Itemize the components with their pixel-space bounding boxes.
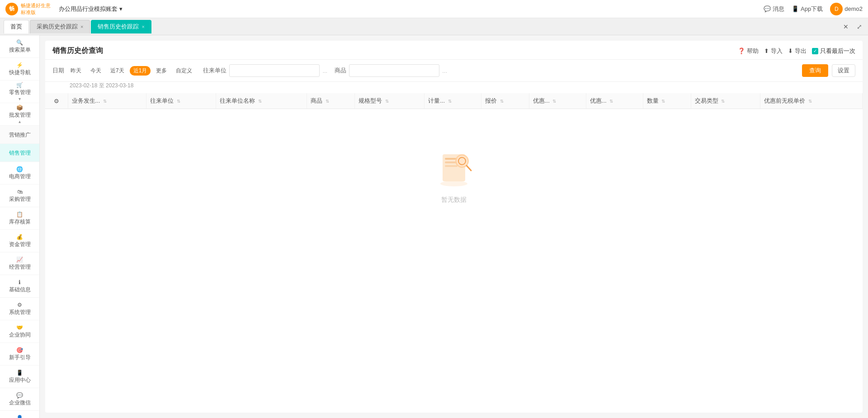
date-filter-group: 日期 昨天 今天 近7天 近1月 更多 自定义 [52,66,196,76]
empty-state: 暂无数据 [45,109,863,240]
tab-sales-label: 销售历史价跟踪 [98,23,139,31]
chevron-down-icon: ▾ [119,5,123,12]
partner-label: 往来单位 [203,66,226,75]
col-partner-code[interactable]: 往来单位 ⇅ [146,93,216,109]
message-button[interactable]: 💬 消息 [764,5,784,13]
sidebar-item-purchase[interactable]: 🛍 采购管理 [0,185,39,207]
sidebar-item-wholesale[interactable]: 📦 批发管理 ▴ [0,103,39,126]
chevron-down-icon: ▾ [19,96,21,101]
settings-icon[interactable]: ⚙ [54,98,59,104]
sidebar-item-wechat[interactable]: 💬 企业微信 [0,388,39,411]
help-icon: ❓ [738,48,745,54]
date-option-7days[interactable]: 近7天 [107,66,128,76]
export-button[interactable]: ⬇ 导出 [788,47,807,55]
col-business-date[interactable]: 业务发生... ⇅ [68,93,146,109]
page-header: 销售历史价查询 ❓ 帮助 ⬆ 导入 ⬇ 导出 [45,41,863,60]
svg-point-0 [440,181,467,186]
logo-area: 畅 畅捷通好生意 标准版 [5,2,51,15]
sidebar-item-search[interactable]: 🔍 搜索菜单 [0,35,39,58]
page-card: 销售历史价查询 ❓ 帮助 ⬆ 导入 ⬇ 导出 [45,41,863,413]
purchase-icon: 🛍 [17,189,23,195]
settings-button[interactable]: 设置 [832,64,855,77]
tab-sales-close[interactable]: × [142,24,144,29]
inventory-icon: 📋 [16,211,23,218]
svg-rect-4 [445,165,458,167]
col-discount2[interactable]: 优惠... ⇅ [586,93,643,109]
col-spec[interactable]: 规格型号 ⇅ [355,93,425,109]
date-option-more[interactable]: 更多 [152,66,170,76]
goods-input[interactable] [349,64,439,77]
query-button[interactable]: 查询 [802,64,828,77]
col-unit[interactable]: 计量... ⇅ [425,93,481,109]
user-menu[interactable]: D demo2 [830,3,863,15]
sort-icon: ⇅ [609,99,613,104]
sidebar-item-sales-mgmt[interactable]: 销售管理 [0,144,39,162]
tab-home[interactable]: 首页 [4,20,29,33]
sidebar-item-marketing[interactable]: 营销推广 [0,126,39,144]
info-icon: ℹ [19,279,21,285]
sidebar-item-retail[interactable]: 🛒 零售管理 ▾ [0,81,39,103]
col-discount1[interactable]: 优惠... ⇅ [529,93,586,109]
col-trade-type[interactable]: 交易类型 ⇅ [691,93,760,109]
sort-icon: ⇅ [552,99,556,104]
partner-input[interactable] [229,64,320,77]
sidebar-item-inventory[interactable]: 📋 库存核算 [0,207,39,230]
partner-filter-group: 往来单位 ... [203,64,327,77]
sidebar-item-finance[interactable]: 💰 资金管理 [0,230,39,252]
date-label: 日期 [52,66,64,75]
date-option-1month[interactable]: 近1月 [130,66,151,76]
help-button[interactable]: ❓ 帮助 [738,47,759,55]
app-selector[interactable]: 办公用品行业模拟账套 ▾ [55,3,126,15]
sort-icon: ⇅ [661,99,665,104]
sidebar-item-system[interactable]: ⚙ 系统管理 [0,298,39,320]
date-option-today[interactable]: 今天 [87,66,105,76]
member-icon: 👤 [16,415,23,418]
only-last-checkbox-area[interactable]: ✓ 只看最后一次 [812,47,855,55]
sort-icon: ⇅ [326,99,329,104]
date-option-custom[interactable]: 自定义 [172,66,196,76]
tab-purchase-history[interactable]: 采购历史价跟踪 × [30,20,90,33]
download-button[interactable]: 📱 App下载 [792,5,823,13]
sidebar-item-guide[interactable]: 🎯 新手引导 [0,343,39,366]
tab-sales-history[interactable]: 销售历史价跟踪 × [91,20,151,33]
col-pre-tax-price[interactable]: 优惠前无税单价 ⇅ [760,93,863,109]
sidebar-item-ecommerce[interactable]: 🌐 电商管理 [0,162,39,185]
col-goods[interactable]: 商品 ⇅ [307,93,355,109]
tab-purchase-close[interactable]: × [80,24,83,29]
sidebar-item-operation[interactable]: 📈 经营管理 [0,252,39,275]
tab-actions: ✕ ⤢ [841,22,864,32]
sort-icon: ⇅ [721,99,725,104]
message-icon: 💬 [764,5,771,12]
maximize-button[interactable]: ⤢ [854,22,864,32]
date-range-row: 2023-02-18 至 2023-03-18 [45,82,863,93]
download-icon: 📱 [792,5,799,12]
export-icon: ⬇ [788,48,793,54]
content-area: 销售历史价查询 ❓ 帮助 ⬆ 导入 ⬇ 导出 [40,35,868,418]
close-tab-button[interactable]: ✕ [841,22,851,32]
partner-dots[interactable]: ... [322,67,327,74]
goods-filter-group: 商品 ... [335,64,447,77]
col-quantity[interactable]: 数量 ⇅ [643,93,691,109]
sidebar-item-member[interactable]: 👤 畅会员 [0,411,39,418]
sidebar-item-basic-info[interactable]: ℹ 基础信息 [0,275,39,298]
import-icon: ⬆ [764,48,769,54]
page-title: 销售历史价查询 [52,46,103,56]
sidebar-item-enterprise[interactable]: 🤝 企业协同 [0,320,39,343]
finance-icon: 💰 [16,234,23,240]
sidebar: 🔍 搜索菜单 ⚡ 快捷导航 🛒 零售管理 ▾ 📦 批发管理 ▴ 营销推广 销售管… [0,35,40,418]
goods-dots[interactable]: ... [442,67,447,74]
sidebar-item-shortcut[interactable]: ⚡ 快捷导航 [0,58,39,81]
import-button[interactable]: ⬆ 导入 [764,47,783,55]
filter-area: 日期 昨天 今天 近7天 近1月 更多 自定义 往来单位 .. [45,60,863,82]
sidebar-item-app-center[interactable]: 📱 应用中心 [0,366,39,388]
only-last-checkbox[interactable]: ✓ [812,48,818,54]
date-option-yesterday[interactable]: 昨天 [67,66,85,76]
chevron-up-icon: ▴ [19,119,21,124]
table-container: ⚙ 业务发生... ⇅ 往来单位 ⇅ [45,93,863,413]
main-layout: 🔍 搜索菜单 ⚡ 快捷导航 🛒 零售管理 ▾ 📦 批发管理 ▴ 营销推广 销售管… [0,35,868,418]
gear-icon: ⚙ [17,302,22,308]
col-price[interactable]: 报价 ⇅ [481,93,529,109]
app-center-icon: 📱 [16,370,23,376]
col-partner-name[interactable]: 往来单位名称 ⇅ [216,93,307,109]
search-icon: 🔍 [16,39,23,46]
